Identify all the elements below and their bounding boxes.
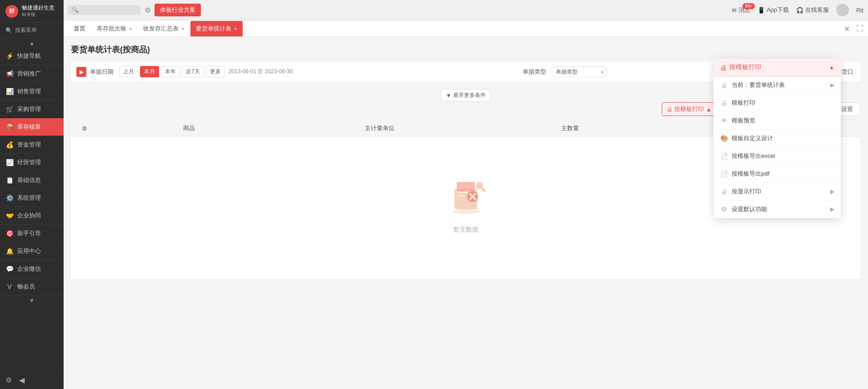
sidebar-icon-purchase: 🛒 [5, 105, 14, 113]
date-filter-label: 单据日期 [90, 68, 114, 76]
headset-icon: 🎧 [796, 7, 803, 14]
dropdown-label-template-design: 模板自定义设计 [732, 134, 773, 142]
sidebar-scroll-up[interactable]: ▲ [0, 38, 64, 47]
dropdown-item-template-pdf[interactable]: 📄 按模板导出pdf [713, 165, 841, 183]
dropdown-expandable-items: 🖨 按显示打印 ▶ ⚙ 设置默认功能 ▶ [713, 183, 841, 218]
sidebar-bottom: ⚙ ◀ [0, 371, 64, 389]
print-chevron-up: ▲ [706, 106, 712, 113]
expand-icon-default-func: ⚙ [720, 206, 728, 213]
tab-close-order-stats[interactable]: × [234, 26, 237, 31]
sidebar-item-basic[interactable]: 📋 基础信息 [0, 172, 64, 189]
sidebar-item-system[interactable]: ⚙️ 系统管理 [0, 189, 64, 207]
tab-close-batch-account[interactable]: × [129, 26, 132, 31]
search-menu[interactable]: 🔍 搜索菜单 [0, 23, 64, 38]
expand-icon: ▼ [446, 92, 451, 99]
sidebar-item-sales[interactable]: 📊 销售管理 [0, 83, 64, 101]
trial-button[interactable]: 体验行业方案 [155, 4, 201, 16]
topbar-right: ✉ 消息 99+ 📱 App下载 🎧 在线客服 Rit [732, 4, 863, 16]
sidebar-label-quick-nav: 快捷导航 [17, 52, 41, 60]
tab-label-order-stats: 要货单统计表 [196, 25, 231, 33]
app-download-button[interactable]: 📱 App下载 [758, 6, 789, 14]
online-service-button[interactable]: 🎧 在线客服 [796, 6, 829, 14]
sidebar-items: ⚡ 快捷导航 📢 营销推广 📊 销售管理 🛒 采购管理 📦 库存核算 💰 资金管… [0, 47, 64, 296]
dropdown-item-template-preview[interactable]: 👁 模板预览 [713, 112, 841, 130]
dropdown-item-template-design[interactable]: 🎨 模板自定义设计 [713, 130, 841, 147]
sidebar-item-operation[interactable]: 📈 经营管理 [0, 154, 64, 172]
tab-collection-summary[interactable]: 收发存汇总表× [138, 21, 190, 36]
table-col-settings[interactable]: ⚙ [75, 125, 94, 132]
tab-label-batch-account: 库存批次账 [97, 25, 126, 33]
sidebar-item-marketing[interactable]: 📢 营销推广 [0, 65, 64, 83]
main-area: 🔍 ⚙ 体验行业方案 ✉ 消息 99+ 📱 App下载 🎧 在线客服 Rit [64, 0, 868, 389]
expand-more-button[interactable]: ▼ 展开更多条件 [441, 89, 491, 101]
sidebar-icon-system: ⚙️ [5, 194, 14, 202]
dropdown-label-template-pdf: 按模板导出pdf [732, 170, 769, 178]
settings-icon[interactable]: ⚙ [5, 376, 12, 384]
sidebar-icon-marketing: 📢 [5, 70, 14, 78]
dropdown-expand-item-display-print[interactable]: 🖨 按显示打印 ▶ [713, 183, 841, 201]
sidebar: 好 畅捷通好生意 标准版 🔍 搜索菜单 ▲ ⚡ 快捷导航 📢 营销推广 📊 销售… [0, 0, 64, 389]
user-avatar[interactable] [836, 4, 849, 16]
current-template-item[interactable]: 🖨 当前：要货单统计表 ▶ [713, 76, 841, 94]
sidebar-item-inventory[interactable]: 📦 库存核算 [0, 118, 64, 136]
filter-expand-btn[interactable]: ▶ [76, 67, 86, 77]
current-template-chevron: ▶ [830, 82, 834, 88]
print-dropdown: 🖨 按模板打印 ▲ 🖨 当前：要货单统计表 ▶ 🖨 模板打印 👁 模板预览 🎨 … [713, 59, 841, 218]
search-icon: 🔍 [5, 27, 12, 34]
empty-text: 暂无数据 [453, 226, 479, 234]
sidebar-icon-operation: 📈 [5, 158, 14, 167]
tab-home[interactable]: 首页 [68, 21, 91, 36]
topbar-left: 🔍 ⚙ 体验行业方案 [68, 4, 201, 16]
logo-text-block: 畅捷通好生意 标准版 [22, 5, 55, 18]
sidebar-item-finance[interactable]: 💰 资金管理 [0, 136, 64, 154]
search-icon: 🔍 [72, 7, 79, 13]
dropdown-icon-template-excel: 📄 [720, 152, 728, 160]
date-range: 2023-06-01 至 2023-06-30 [229, 68, 293, 76]
svg-point-0 [452, 209, 479, 214]
date-btn-上月[interactable]: 上月 [119, 66, 138, 77]
tab-order-stats[interactable]: 要货单统计表× [190, 21, 243, 36]
sidebar-icon-quick-nav: ⚡ [5, 52, 14, 60]
dropdown-icon-template-preview: 👁 [720, 117, 728, 124]
print-label: 按模板打印 [674, 105, 704, 113]
collapse-icon[interactable]: ◀ [19, 376, 25, 384]
expand-label: 展开更多条件 [453, 91, 486, 99]
date-btn-本月[interactable]: 本月 [140, 66, 159, 77]
date-btn-近7天[interactable]: 近7天 [182, 66, 204, 77]
dropdown-item-template-print[interactable]: 🖨 模板打印 [713, 94, 841, 112]
dropdown-icon-template-pdf: 📄 [720, 170, 728, 177]
close-all-tabs-icon[interactable]: ✕ [844, 24, 850, 33]
sidebar-icon-sales: 📊 [5, 87, 14, 96]
dropdown-header: 🖨 按模板打印 ▲ [713, 59, 841, 76]
type-select[interactable]: 单据类型 [552, 66, 606, 77]
tab-batch-account[interactable]: 库存批次账× [91, 21, 138, 36]
message-button[interactable]: ✉ 消息 99+ [732, 6, 750, 14]
current-template-icon: 🖨 [720, 81, 728, 89]
tabs-container: 首页库存批次账×收发存汇总表×要货单统计表× [68, 21, 243, 36]
dropdown-collapse-icon[interactable]: ▲ [829, 64, 834, 71]
expand-tabs-icon[interactable]: ⛶ [856, 25, 863, 33]
sidebar-scroll-down[interactable]: ▼ [0, 296, 64, 305]
date-buttons: 上月本月本年近7天更多 [119, 66, 225, 77]
table-col-quantity: 主数量 [475, 124, 666, 132]
sidebar-item-appstore[interactable]: 🔔 应用中心 [0, 242, 64, 260]
sidebar-item-wecom[interactable]: 💬 企业微信 [0, 260, 64, 278]
date-btn-更多[interactable]: 更多 [206, 66, 225, 77]
print-button[interactable]: 🖨 按模板打印 ▲ [662, 102, 717, 116]
app-label: App下载 [767, 6, 789, 14]
tab-close-collection-summary[interactable]: × [181, 26, 184, 31]
sidebar-item-collab[interactable]: 🤝 企业协同 [0, 207, 64, 225]
topbar-search-box[interactable]: 🔍 [68, 5, 141, 15]
sidebar-item-member[interactable]: V 畅会员 [0, 278, 64, 296]
topbar-settings-icon[interactable]: ⚙ [145, 6, 151, 15]
date-btn-本年[interactable]: 本年 [161, 66, 180, 77]
type-select-wrapper: 单据类型 [552, 66, 606, 77]
sidebar-item-purchase[interactable]: 🛒 采购管理 [0, 101, 64, 118]
message-badge: 99+ [743, 3, 755, 9]
svg-rect-7 [458, 195, 464, 197]
sidebar-item-newbie[interactable]: 🎯 新手引导 [0, 225, 64, 242]
sidebar-label-system: 系统管理 [17, 194, 41, 202]
sidebar-item-quick-nav[interactable]: ⚡ 快捷导航 [0, 47, 64, 65]
dropdown-expand-item-default-func[interactable]: ⚙ 设置默认功能 ▶ [713, 201, 841, 218]
dropdown-item-template-excel[interactable]: 📄 按模板导出excel [713, 147, 841, 165]
